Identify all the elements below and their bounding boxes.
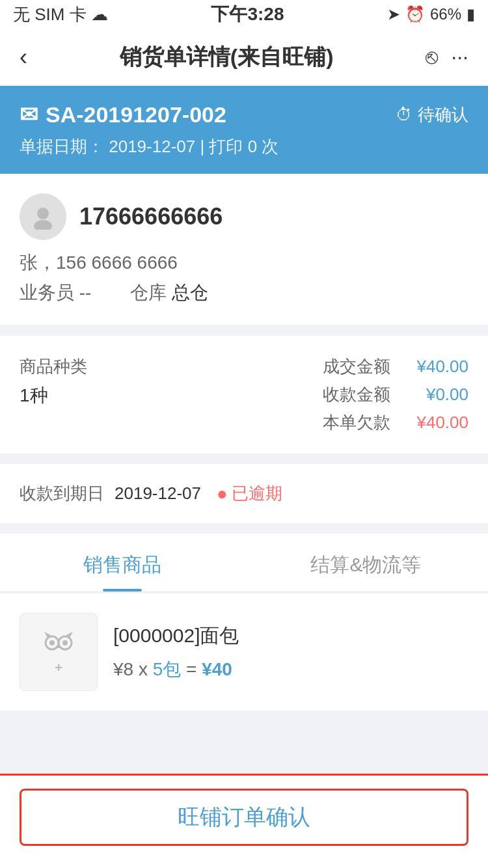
due-date-card: 收款到期日 2019-12-07 ● 已逾期	[0, 464, 488, 523]
warehouse-value: 总仓	[172, 282, 208, 303]
separator: =	[181, 659, 202, 679]
price-text: ¥8 x	[113, 659, 153, 679]
battery-text: 66%	[430, 5, 461, 23]
status-bar: 无 SIM 卡 ☁ 下午3:28 ➤ ⏰ 66% ▮	[0, 0, 488, 29]
svg-point-5	[62, 640, 68, 645]
svg-point-0	[37, 208, 49, 219]
overdue-text: 已逾期	[232, 482, 282, 505]
type-label: 商品种类	[20, 355, 87, 378]
date-value: 2019-12-07	[109, 137, 195, 156]
tab-settlement-label: 结算&物流等	[310, 554, 421, 575]
type-value: 1种	[20, 383, 87, 408]
summary-left: 商品种类 1种	[20, 355, 87, 408]
order-date: 单据日期： 2019-12-07 | 打印 0 次	[20, 135, 468, 158]
print-info: | 打印 0 次	[200, 137, 278, 156]
status-icon: ⏱	[396, 105, 413, 125]
tab-sales-label: 销售商品	[83, 554, 161, 575]
logo-plus: +	[55, 660, 62, 675]
confirm-button[interactable]: 旺铺订单确认	[20, 789, 468, 846]
bottom-bar: 旺铺订单确认	[0, 774, 488, 868]
tabs-container: 销售商品 结算&物流等	[0, 534, 488, 592]
product-thumbnail: +	[20, 613, 98, 691]
nav-bar: ‹ 销货单详情(来自旺铺) ⎋ ···	[0, 29, 488, 86]
owl-logo	[39, 629, 78, 658]
amount-value-0: ¥40.00	[403, 357, 468, 377]
sim-label: 无 SIM 卡 ☁	[13, 3, 108, 26]
status-right: ➤ ⏰ 66% ▮	[387, 5, 475, 23]
amount-row-1: 收款金额 ¥0.00	[312, 383, 468, 406]
amount-row-0: 成交金额 ¥40.00	[312, 355, 468, 378]
nav-actions: ⎋ ···	[426, 45, 468, 69]
product-info: [0000002]面包 ¥8 x 5包 = ¥40	[113, 623, 468, 682]
more-icon[interactable]: ···	[451, 45, 468, 69]
sales-label: 业务员	[20, 282, 74, 303]
due-label: 收款到期日	[20, 482, 104, 505]
amount-value-1: ¥0.00	[403, 385, 468, 405]
warehouse-label: 仓库	[130, 282, 167, 303]
avatar	[20, 193, 66, 240]
summary-card: 商品种类 1种 成交金额 ¥40.00 收款金额 ¥0.00 本单欠款 ¥40.…	[0, 336, 488, 454]
tab-settlement[interactable]: 结算&物流等	[244, 534, 488, 591]
share-icon[interactable]: ⎋	[426, 45, 438, 69]
amount-row-2: 本单欠款 ¥40.00	[312, 411, 468, 434]
overdue-badge: ● 已逾期	[217, 482, 282, 505]
status-badge: ⏱ 待确认	[396, 103, 468, 126]
due-date-value: 2019-12-07	[115, 483, 201, 504]
sales-item: 业务员 --	[20, 280, 91, 305]
svg-point-4	[49, 640, 55, 645]
amount-value-2: ¥40.00	[403, 413, 468, 433]
status-time: 下午3:28	[211, 2, 284, 27]
sales-val: --	[79, 282, 92, 303]
overdue-icon: ●	[217, 483, 228, 504]
order-number-text: SA-20191207-002	[46, 102, 226, 128]
summary-right: 成交金额 ¥40.00 收款金额 ¥0.00 本单欠款 ¥40.00	[312, 355, 468, 434]
order-header-card: ✉ SA-20191207-002 ⏱ 待确认 单据日期： 2019-12-07…	[0, 86, 488, 174]
tab-sales-products[interactable]: 销售商品	[0, 534, 244, 591]
date-label: 单据日期：	[20, 137, 104, 156]
alarm-icon: ⏰	[405, 5, 425, 23]
qty-text: 5包	[153, 659, 182, 679]
order-number: ✉ SA-20191207-002	[20, 102, 226, 128]
order-icon: ✉	[20, 102, 38, 128]
page-title: 销货单详情(来自旺铺)	[120, 42, 334, 72]
total-text: ¥40	[202, 659, 232, 679]
customer-phone: 17666666666	[79, 203, 223, 230]
back-button[interactable]: ‹	[20, 44, 27, 71]
product-name: [0000002]面包	[113, 623, 468, 649]
status-text: 待确认	[418, 103, 468, 126]
customer-card: 17666666666 张，156 6666 6666 业务员 -- 仓库 总仓	[0, 174, 488, 325]
product-price: ¥8 x 5包 = ¥40	[113, 657, 468, 682]
amount-label-0: 成交金额	[312, 355, 390, 378]
warehouse-item: 仓库 总仓	[130, 280, 208, 305]
battery-icon: ▮	[467, 5, 475, 23]
status-left: 无 SIM 卡 ☁	[13, 3, 108, 26]
svg-point-1	[34, 220, 52, 230]
customer-contact: 张，156 6666 6666	[20, 251, 468, 275]
amount-label-1: 收款金额	[312, 383, 390, 406]
amount-label-2: 本单欠款	[312, 411, 390, 434]
product-card: + [0000002]面包 ¥8 x 5包 = ¥40	[0, 593, 488, 711]
customer-meta: 业务员 -- 仓库 总仓	[20, 280, 468, 305]
location-icon: ➤	[387, 5, 400, 23]
